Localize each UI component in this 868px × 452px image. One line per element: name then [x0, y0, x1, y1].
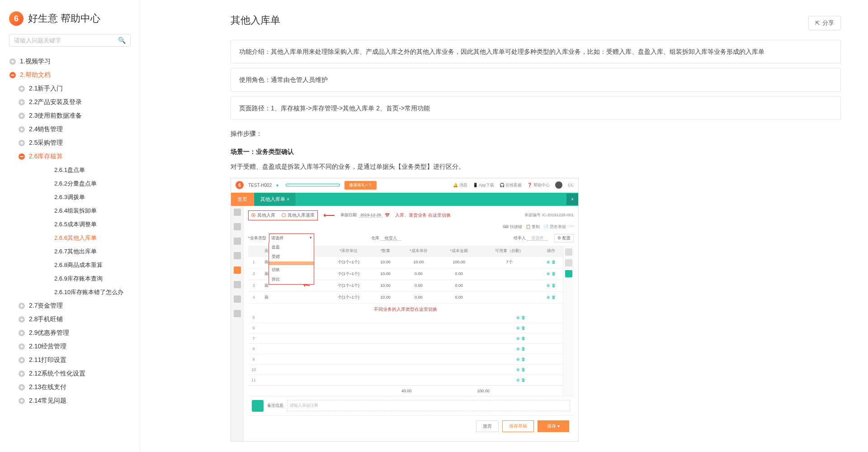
sidebar-item-label: 2.2产品安装及登录 [29, 98, 82, 106]
sidebar-item[interactable]: 2.9优惠券管理 [18, 326, 131, 340]
side-icon [234, 252, 241, 259]
minus-icon [18, 153, 25, 160]
business-type-select: 请选择 ▾ 盘盈 受赠 切换 拆比 [269, 233, 314, 243]
sidebar-leaf[interactable]: 2.6.5成本调整单 [36, 218, 131, 231]
main-content: ⇱ 分享 其他入库单 功能介绍：其他入库单用来处理除采购入库、产成品入库之外的其… [140, 0, 868, 452]
minus-icon [9, 71, 16, 79]
mock-topbar: 6 TEST-H002 ▾ 邀请有礼~？ 🔔 消息 📱 App下载 🎧 在线客服… [231, 178, 578, 193]
share-icon: ⇱ [815, 20, 820, 27]
save-button: 保存 ▾ [538, 420, 569, 432]
radio-icon [282, 213, 286, 217]
sidebar-item[interactable]: 2.6库存核算 [18, 150, 131, 163]
side-icon-active [234, 266, 241, 274]
sidebar-leaf[interactable]: 2.6.1盘点单 [36, 163, 131, 177]
sidebar-item-label: 2.8手机旺铺 [29, 315, 63, 324]
mock-logo-icon: 6 [236, 181, 244, 189]
draft-button: 保存草稿 [502, 420, 534, 432]
tool-icon [565, 259, 572, 266]
mock-search [286, 184, 340, 186]
sidebar-item[interactable]: 2.1新手入门 [18, 82, 131, 95]
sidebar-item[interactable]: 2.10经营管理 [18, 340, 131, 353]
sidebar-leaf[interactable]: 2.6.6其他入库单 [36, 231, 131, 245]
search-box[interactable]: 🔍 [9, 34, 131, 47]
plus-icon [18, 397, 25, 404]
plus-icon [18, 139, 25, 147]
remark-icon [252, 400, 264, 412]
scene1-title: 场景一：业务类型确认 [231, 148, 841, 156]
sidebar-item-label: 2.5采购管理 [29, 139, 63, 147]
plus-icon [18, 85, 25, 92]
arrow-icon: ⟵ [323, 211, 335, 219]
mock-org: TEST-H002 [248, 183, 272, 188]
sidebar-item-label: 2.13在线支付 [29, 383, 66, 391]
annotation: 入库、退货业务 在这里切换 [395, 212, 451, 219]
mock-right-toolbar [563, 246, 574, 396]
page-title: 其他入库单 [231, 14, 841, 27]
sidebar-item-label: 2.14常见问题 [29, 397, 66, 405]
sidebar-item[interactable]: 2.12系统个性化设置 [18, 367, 131, 381]
tool-icon [565, 270, 572, 277]
sidebar-leaf[interactable]: 2.6.7其他出库单 [36, 245, 131, 258]
plus-icon [18, 384, 25, 391]
sidebar: 6 好生意 帮助中心 🔍 1.视频学习2.帮助文档2.1新手入门2.2产品安装及… [0, 0, 140, 452]
screenshot-mock: 6 TEST-H002 ▾ 邀请有礼~？ 🔔 消息 📱 App下载 🎧 在线客服… [231, 178, 579, 442]
sidebar-leaf[interactable]: 2.6.4组装拆卸单 [36, 204, 131, 218]
sidebar-item[interactable]: 2.2产品安装及登录 [18, 95, 131, 109]
sidebar-item[interactable]: 2.5采购管理 [18, 136, 131, 150]
sidebar-leaf[interactable]: 2.6.9库存账本查询 [36, 272, 131, 285]
sidebar-item[interactable]: 2.3使用前数据准备 [18, 109, 131, 123]
avatar-icon [555, 181, 562, 189]
sidebar-item-label: 2.6库存核算 [29, 152, 63, 161]
sidebar-item-label: 2.12系统个性化设置 [29, 370, 85, 378]
plus-icon [18, 370, 25, 377]
plus-icon [18, 316, 25, 323]
info-role: 使用角色：通常由仓管人员维护 [231, 68, 841, 91]
info-intro: 功能介绍：其他入库单用来处理除采购入库、产成品入库之外的其他入库业务，因此其他入… [231, 40, 841, 63]
sidebar-leaf[interactable]: 2.6.8商品成本重算 [36, 258, 131, 272]
sidebar-item-label: 2.7资金管理 [29, 302, 63, 310]
side-icon [234, 281, 241, 288]
logo: 6 好生意 帮助中心 [9, 11, 131, 26]
plus-icon [9, 58, 16, 65]
sidebar-item-label: 2.4销售管理 [29, 125, 63, 133]
close-icon: × [566, 194, 578, 205]
plus-icon [18, 302, 25, 309]
sidebar-item[interactable]: 2.8手机旺铺 [18, 313, 131, 326]
sidebar-leaf[interactable]: 2.6.3调拨单 [36, 190, 131, 204]
sidebar-item[interactable]: 2.14常见问题 [18, 394, 131, 408]
plus-icon [18, 112, 25, 119]
mock-footer: 放弃 保存草稿 保存 ▾ [248, 415, 574, 437]
chevron-down-icon: ▾ [276, 183, 278, 188]
sidebar-item[interactable]: 2.7资金管理 [18, 299, 131, 313]
sidebar-item-label: 2.9优惠券管理 [29, 329, 69, 337]
tool-icon [565, 248, 572, 256]
scene1-text: 对于受赠、盘盈或是拆装入库等不同的业务，是通过单据头【业务类型】进行区分。 [231, 162, 841, 172]
search-input[interactable] [14, 37, 118, 44]
share-button[interactable]: ⇱ 分享 [808, 16, 841, 30]
sidebar-item-label: 1.视频学习 [20, 57, 51, 66]
sidebar-item[interactable]: 1.视频学习 [9, 55, 131, 68]
sidebar-item[interactable]: 2.4销售管理 [18, 123, 131, 136]
logo-text: 好生意 帮助中心 [28, 12, 100, 25]
dropdown: 盘盈 受赠 切换 拆比 [269, 243, 314, 285]
sidebar-item[interactable]: 2.11打印设置 [18, 353, 131, 367]
tab-active: 其他入库单 × [254, 193, 296, 206]
tab-home: 首页 [231, 193, 254, 206]
sidebar-item[interactable]: 2.帮助文档 [9, 68, 131, 82]
logo-icon: 6 [9, 11, 24, 26]
sidebar-item-label: 2.10经营管理 [29, 343, 66, 351]
sidebar-leaf[interactable]: 2.6.10库存账本错了怎么办 [36, 285, 131, 299]
steps-label: 操作步骤： [231, 130, 841, 138]
plus-icon [18, 99, 25, 106]
cancel-button: 放弃 [476, 420, 499, 432]
mock-tabbar: 首页 其他入库单 × × [231, 193, 578, 206]
sidebar-item[interactable]: 2.13在线支付 [18, 381, 131, 394]
sidebar-item-label: 2.1新手入门 [29, 85, 63, 93]
radio-icon [251, 213, 255, 217]
sidebar-leaf[interactable]: 2.6.2分量盘点单 [36, 177, 131, 190]
plus-icon [18, 329, 25, 337]
side-icon [234, 238, 241, 245]
search-icon[interactable]: 🔍 [118, 37, 126, 44]
mock-promo: 邀请有礼~？ [344, 181, 376, 190]
side-icon [234, 310, 241, 317]
